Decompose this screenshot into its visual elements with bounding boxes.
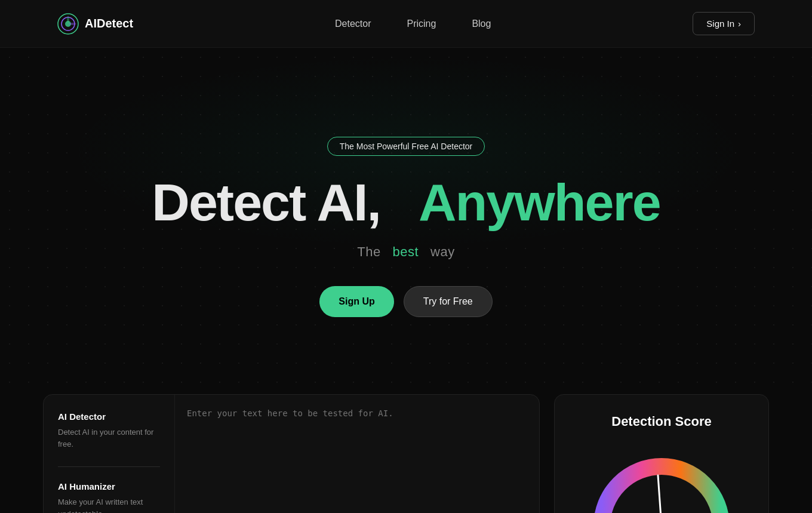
gauge-chart bbox=[590, 449, 733, 513]
sidebar-item-ai-humanizer[interactable]: AI Humanizer Make your AI written text u… bbox=[58, 481, 160, 513]
hero-section: The Most Powerful Free AI Detector Detec… bbox=[0, 48, 812, 394]
hero-buttons: Sign Up Try for Free bbox=[319, 286, 492, 317]
svg-line-3 bbox=[658, 475, 662, 513]
score-title: Detection Score bbox=[611, 414, 712, 429]
sidebar-item-ai-detector[interactable]: AI Detector Detect AI in your content fo… bbox=[58, 411, 160, 450]
detector-card: AI Detector Detect AI in your content fo… bbox=[43, 394, 540, 513]
logo-text: AIDetect bbox=[85, 17, 133, 30]
ai-detector-desc: Detect AI in your content for free. bbox=[58, 426, 160, 450]
score-card: Detection Score bbox=[554, 394, 769, 513]
ai-detector-title: AI Detector bbox=[58, 411, 160, 422]
hero-subtitle: The best way bbox=[357, 244, 454, 260]
try-free-button[interactable]: Try for Free bbox=[404, 286, 493, 317]
nav-link-blog[interactable]: Blog bbox=[472, 19, 491, 29]
bottom-section: AI Detector Detect AI in your content fo… bbox=[0, 394, 812, 513]
signup-button[interactable]: Sign Up bbox=[319, 286, 393, 317]
navbar: AIDetect Detector Pricing Blog Sign In › bbox=[0, 0, 812, 48]
textarea-area[interactable] bbox=[175, 395, 539, 513]
badge-text: The Most Powerful Free AI Detector bbox=[340, 142, 473, 151]
sidebar-divider bbox=[58, 466, 160, 467]
hero-title: Detect AI, Anywhere bbox=[152, 175, 660, 230]
detector-sidebar: AI Detector Detect AI in your content fo… bbox=[44, 395, 175, 513]
text-input[interactable] bbox=[187, 407, 527, 513]
logo-icon bbox=[57, 13, 79, 35]
nav-links: Detector Pricing Blog bbox=[335, 19, 491, 29]
subtitle-the: The bbox=[357, 244, 380, 259]
chevron-right-icon: › bbox=[738, 19, 741, 29]
hero-title-green: Anywhere bbox=[419, 173, 660, 232]
nav-link-detector[interactable]: Detector bbox=[335, 19, 371, 29]
subtitle-best: best bbox=[393, 244, 419, 259]
nav-link-pricing[interactable]: Pricing bbox=[407, 19, 436, 29]
hero-title-white: Detect AI, bbox=[152, 173, 380, 232]
sign-in-button[interactable]: Sign In › bbox=[693, 12, 755, 35]
ai-humanizer-title: AI Humanizer bbox=[58, 481, 160, 492]
logo[interactable]: AIDetect bbox=[57, 13, 133, 35]
sign-in-label: Sign In bbox=[706, 19, 734, 29]
ai-humanizer-desc: Make your AI written text undetectable. bbox=[58, 496, 160, 513]
subtitle-way: way bbox=[430, 244, 455, 259]
hero-badge: The Most Powerful Free AI Detector bbox=[327, 137, 485, 156]
